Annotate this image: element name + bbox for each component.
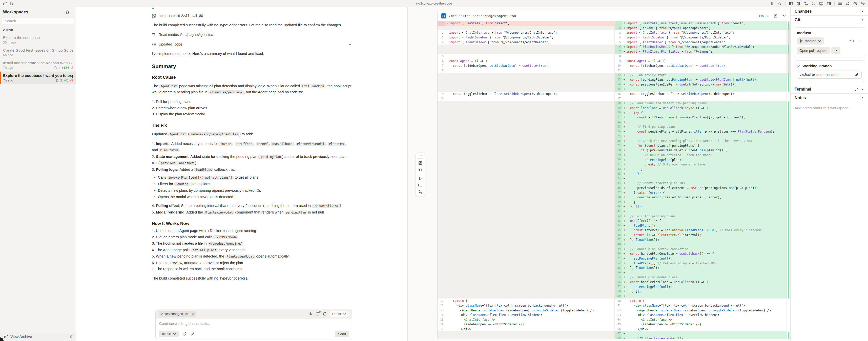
notes-field[interactable]: Add notes about this workspace... — [790, 102, 868, 114]
working-branch-card: Working Branch vk/3ccf-explore-the-code — [794, 60, 865, 82]
workspace-item[interactable]: Install and integrate Vibe Kanban Web G … — [0, 59, 76, 71]
diff-slash-icon[interactable] — [773, 14, 778, 18]
section-notes[interactable]: Notes — [790, 94, 868, 102]
diff-row: 45+ const interval = setInterval(loadPla… — [615, 228, 790, 233]
list-item: 1. User is on the Agent page with a Dock… — [152, 228, 352, 234]
more-options-button[interactable] — [858, 39, 862, 43]
title-bar: vk/3ccf-explore-the-code — [0, 0, 868, 7]
caret-down-icon — [861, 19, 864, 21]
caret-right-icon — [861, 88, 864, 91]
checklist-icon — [152, 42, 156, 46]
subheading: The Fix — [152, 123, 352, 128]
tool-call-row[interactable]: Read medusa/src/pages/Agent.tsx — [152, 31, 352, 38]
expand-icon[interactable] — [854, 87, 859, 92]
play-icon[interactable] — [418, 177, 422, 181]
copy-icon[interactable] — [418, 167, 422, 172]
section-terminal[interactable]: Terminal — [790, 85, 868, 94]
diff-row: 64 <ChatInterface /> — [615, 317, 790, 322]
chevron-down-icon — [342, 312, 347, 316]
drag-handle-icon[interactable] — [418, 155, 422, 156]
diff-row — [438, 167, 614, 172]
diff-row — [438, 195, 614, 200]
list-item: 4. The Agent page polls get_all_plans ev… — [152, 247, 352, 253]
panel-left-icon[interactable] — [789, 2, 793, 6]
loader-icon — [323, 312, 327, 316]
assistant-paragraph: I've implemented the fix. Here's a summa… — [152, 51, 352, 57]
monitor-icon[interactable] — [819, 2, 824, 6]
help-icon[interactable] — [853, 2, 857, 6]
git-compare-icon[interactable] — [804, 2, 808, 6]
typescript-badge: TS — [441, 13, 446, 19]
section-git[interactable]: Git — [790, 16, 868, 24]
chevron-down-icon[interactable] — [782, 14, 786, 18]
view-archive-button[interactable]: View Archive 0 — [0, 332, 76, 341]
collapse-up-icon[interactable] — [778, 2, 782, 6]
diff-row: 53+ }, [loadPlans]); — [615, 266, 790, 271]
diff-row: 8 — [615, 54, 790, 59]
files-changed-chip[interactable]: 2 files changed +61 -3 — [159, 311, 196, 317]
diff-row: 20+ try { — [615, 110, 790, 115]
workspace-item[interactable]: Create Good First Issues on Github So pe… — [0, 46, 76, 59]
workspace-title: Create Good First Issues on Github So pe — [3, 48, 73, 52]
message-input[interactable] — [159, 321, 346, 326]
monitor-icon[interactable] — [418, 183, 422, 187]
diff-row: 7+import { PlanItem, PlanStatus } from "… — [615, 49, 790, 54]
search-input[interactable] — [2, 17, 74, 25]
diff-scrollbar[interactable] — [786, 21, 790, 339]
diff-row — [438, 190, 614, 195]
latest-dropdown[interactable]: Latest — [330, 311, 349, 317]
contrast-icon[interactable] — [796, 2, 801, 6]
list-item: 3. Display the plan review modal — [152, 111, 352, 117]
diff-row: 24+ const pendingPlans = allPlans.filter… — [615, 129, 790, 134]
model-dropdown[interactable]: Default — [159, 331, 179, 337]
pen-icon[interactable] — [190, 332, 194, 336]
diff-row: 35+ // Update tracked plan IDs — [615, 181, 790, 186]
tool-call-row[interactable]: npm run build 2>&1 | tail -80 — [152, 12, 352, 19]
menu-icon[interactable] — [838, 2, 842, 6]
send-button[interactable]: Send — [335, 331, 349, 337]
pause-icon[interactable] — [770, 2, 774, 6]
archive-count: 0 — [70, 335, 72, 339]
git-compare-icon[interactable] — [418, 190, 422, 194]
paperclip-icon[interactable] — [182, 332, 187, 336]
gear-icon[interactable] — [861, 2, 865, 6]
open-pull-request-button[interactable]: Open pull request — [797, 47, 830, 54]
panel-right-icon[interactable] — [827, 2, 831, 6]
diff-row: 16 {sidebarOpen && <RightSidebar />} — [438, 322, 614, 327]
list-item: 6. User can review, annotate, approve, o… — [152, 260, 352, 266]
diff-row — [438, 129, 614, 134]
chevron-down-icon — [817, 39, 822, 43]
archive-icon — [4, 334, 8, 339]
diff-row: 63 <div className="flex flex-1 overflow-… — [615, 313, 790, 317]
diff-row: 36+ previousPlanIdsRef.current = new Set… — [615, 186, 790, 190]
chevron-down-icon[interactable] — [348, 42, 352, 46]
bullet-item: •Detects new plans by comparing against … — [152, 187, 352, 194]
diff-row: 46+ return () => clearInterval(interval)… — [615, 233, 790, 238]
diff-row: 42+ // Poll for pending plans — [615, 214, 790, 219]
megaphone-icon[interactable] — [845, 2, 850, 6]
caret-right-icon — [861, 10, 864, 13]
diff-row — [438, 214, 614, 219]
diff-row: 67+ — [615, 331, 790, 336]
diff-slash-icon[interactable] — [418, 161, 422, 165]
diff-row: 8 — [438, 68, 614, 73]
tool-call-row[interactable]: Updated Todos — [152, 41, 352, 48]
terminal-prompt-icon[interactable] — [812, 2, 816, 6]
diff-row: 15+ — [615, 87, 790, 92]
pencil-icon[interactable] — [855, 72, 859, 77]
layers-icon[interactable] — [65, 10, 70, 14]
diff-row: 5 — [438, 54, 614, 59]
workspace-item[interactable]: Explore the codebase 35m ago — [0, 34, 76, 46]
sparkle-icon[interactable] — [308, 312, 313, 316]
diff-row: 58+ }, []); — [615, 289, 790, 294]
list-item: 5. Modal rendering: Added the PlanReview… — [152, 209, 352, 216]
diff-row: 9const Agent = () => { — [615, 59, 790, 63]
working-branch-field[interactable]: vk/3ccf-explore-the-code — [797, 70, 862, 79]
diff-row — [438, 275, 614, 280]
workspace-item[interactable]: Explore the codebase I want you to expl … — [0, 71, 76, 84]
checklist-dot-icon[interactable] — [316, 312, 320, 316]
branch-dropdown[interactable]: master — [797, 37, 824, 44]
pull-request-options-button[interactable] — [831, 47, 840, 54]
section-changes[interactable]: Changes — [790, 7, 868, 16]
tool-call-label: Read medusa/src/pages/Agent.tsx — [159, 33, 213, 37]
